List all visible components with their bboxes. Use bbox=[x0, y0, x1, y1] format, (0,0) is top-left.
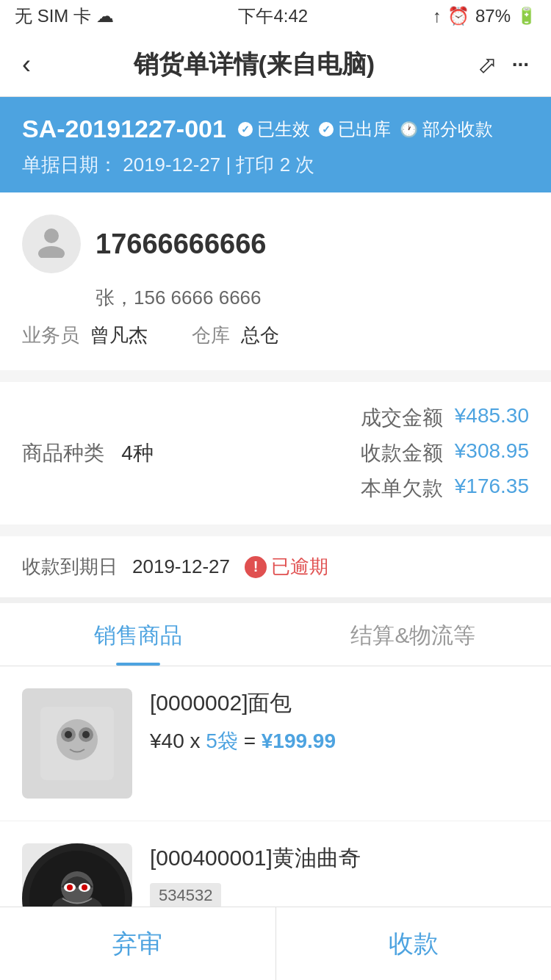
overdue-badge: ! 已逾期 bbox=[245, 554, 328, 580]
status-left: 无 SIM 卡 ☁ bbox=[15, 4, 114, 28]
received-label: 收款金额 bbox=[355, 439, 443, 467]
product-placeholder-1 bbox=[22, 688, 132, 799]
badge-partial-label: 部分收款 bbox=[422, 118, 493, 141]
debt-row: 本单欠款 ¥176.35 bbox=[355, 475, 529, 502]
cancel-button[interactable]: 弃审 bbox=[0, 907, 276, 980]
svg-point-1 bbox=[38, 246, 65, 258]
order-banner: SA-20191227-001 ✓ 已生效 ✓ 已出库 🕐 部分收款 单据日期：… bbox=[0, 97, 551, 192]
amount-value: ¥485.30 bbox=[455, 404, 529, 432]
user-icon bbox=[34, 223, 69, 266]
nav-left: ‹ bbox=[22, 49, 31, 80]
clock-icon: 🕐 bbox=[400, 120, 418, 138]
check-dot-2: ✓ bbox=[319, 122, 334, 137]
due-section: 收款到期日 2019-12-27 ! 已逾期 bbox=[0, 536, 551, 603]
bottom-bar: 弃审 收款 bbox=[0, 907, 551, 980]
tab-settlement-label: 结算&物流等 bbox=[350, 623, 475, 647]
status-time: 下午4:42 bbox=[238, 4, 308, 28]
svg-point-3 bbox=[57, 719, 98, 760]
confirm-label: 收款 bbox=[389, 927, 439, 961]
svg-point-7 bbox=[82, 731, 90, 738]
tab-products-label: 销售商品 bbox=[94, 623, 182, 647]
product-price-1: ¥40 x 5袋 = ¥199.99 bbox=[150, 727, 529, 755]
amount-row: 成交金额 ¥485.30 bbox=[355, 404, 529, 432]
received-row: 收款金额 ¥308.95 bbox=[355, 439, 529, 467]
debt-value: ¥176.35 bbox=[455, 475, 529, 502]
overdue-text: 已逾期 bbox=[271, 554, 328, 580]
alarm-icon: ⏰ bbox=[447, 6, 469, 26]
due-date-value: 2019-12-27 bbox=[132, 555, 230, 578]
more-button[interactable]: ··· bbox=[512, 53, 529, 76]
badge-shipped: ✓ 已出库 bbox=[319, 118, 391, 141]
check-icon-2: ✓ bbox=[322, 123, 331, 135]
status-bar: 无 SIM 卡 ☁ 下午4:42 ↑ ⏰ 87% 🔋 bbox=[0, 0, 551, 32]
product-name-2: [000400001]黄油曲奇 bbox=[150, 843, 529, 873]
nav-bar: ‹ 销货单详情(来自电脑) ⬀ ··· bbox=[0, 32, 551, 97]
badge-effective-label: 已生效 bbox=[257, 118, 310, 141]
customer-section: 17666666666 张，156 6666 6666 业务员 曾凡杰 仓库 总… bbox=[0, 192, 551, 370]
tab-settlement[interactable]: 结算&物流等 bbox=[276, 603, 551, 666]
check-dot-1: ✓ bbox=[238, 122, 253, 137]
salesperson-info: 业务员 曾凡杰 bbox=[22, 323, 148, 348]
debt-label: 本单欠款 bbox=[355, 475, 443, 502]
product-image-1 bbox=[22, 688, 132, 799]
back-button[interactable]: ‹ bbox=[22, 49, 31, 80]
product-unit-price-1: ¥40 bbox=[150, 729, 184, 752]
location-icon: ↑ bbox=[433, 6, 442, 26]
warehouse-info: 仓库 总仓 bbox=[192, 323, 279, 348]
stats-left: 商品种类 4种 bbox=[22, 439, 154, 467]
customer-info-row: 业务员 曾凡杰 仓库 总仓 bbox=[22, 323, 529, 348]
print-info: | 打印 2 次 bbox=[226, 154, 314, 176]
stats-right: 成交金额 ¥485.30 收款金额 ¥308.95 本单欠款 ¥176.35 bbox=[355, 404, 529, 502]
badge-shipped-label: 已出库 bbox=[338, 118, 391, 141]
status-badges: ✓ 已生效 ✓ 已出库 🕐 部分收款 bbox=[238, 118, 493, 141]
order-date: 2019-12-27 bbox=[123, 154, 220, 176]
svg-point-6 bbox=[65, 731, 72, 738]
date-label: 单据日期： bbox=[22, 154, 118, 176]
battery-status: 87% bbox=[475, 6, 511, 26]
customer-contact: 张，156 6666 6666 bbox=[96, 285, 529, 311]
warehouse-value: 总仓 bbox=[241, 324, 279, 346]
warehouse-label: 仓库 bbox=[192, 324, 230, 346]
product-info-1: [0000002]面包 ¥40 x 5袋 = ¥199.99 bbox=[150, 688, 529, 755]
status-right: ↑ ⏰ 87% 🔋 bbox=[433, 6, 536, 26]
badge-partial: 🕐 部分收款 bbox=[400, 118, 493, 141]
avatar bbox=[22, 215, 81, 273]
salesperson-label: 业务员 bbox=[22, 324, 79, 346]
tab-products[interactable]: 销售商品 bbox=[0, 603, 276, 666]
product-item-1: [0000002]面包 ¥40 x 5袋 = ¥199.99 bbox=[0, 666, 551, 821]
battery-icon: 🔋 bbox=[516, 7, 536, 26]
nav-right: ⬀ ··· bbox=[478, 51, 529, 79]
sim-status: 无 SIM 卡 ☁ bbox=[15, 4, 114, 28]
cancel-label: 弃审 bbox=[112, 927, 162, 961]
svg-point-13 bbox=[67, 884, 73, 890]
product-qty-1: 5袋 bbox=[206, 729, 238, 752]
product-kind-label: 商品种类 bbox=[22, 442, 104, 464]
product-tag-2: 534532 bbox=[150, 883, 221, 908]
customer-row: 17666666666 bbox=[22, 215, 529, 273]
product-total-1: ¥199.99 bbox=[262, 729, 336, 752]
product-kind-value: 4种 bbox=[121, 442, 154, 464]
badge-effective: ✓ 已生效 bbox=[238, 118, 310, 141]
svg-point-14 bbox=[82, 884, 87, 890]
order-id: SA-20191227-001 bbox=[22, 115, 226, 143]
check-icon-1: ✓ bbox=[241, 123, 250, 135]
customer-id: 17666666666 bbox=[96, 228, 266, 260]
overdue-icon: ! bbox=[245, 556, 267, 578]
confirm-button[interactable]: 收款 bbox=[276, 907, 552, 980]
svg-point-0 bbox=[44, 228, 59, 243]
page-title: 销货单详情(来自电脑) bbox=[134, 48, 375, 82]
tabs: 销售商品 结算&物流等 bbox=[0, 603, 551, 666]
product-name-1: [0000002]面包 bbox=[150, 688, 529, 718]
order-date-line: 单据日期： 2019-12-27 | 打印 2 次 bbox=[22, 152, 529, 178]
due-date-label: 收款到期日 bbox=[22, 554, 118, 580]
received-value: ¥308.95 bbox=[455, 439, 529, 467]
share-button[interactable]: ⬀ bbox=[478, 51, 497, 79]
salesperson-value: 曾凡杰 bbox=[90, 324, 148, 346]
stats-section: 商品种类 4种 成交金额 ¥485.30 收款金额 ¥308.95 本单欠款 ¥… bbox=[0, 382, 551, 525]
amount-label: 成交金额 bbox=[355, 404, 443, 432]
